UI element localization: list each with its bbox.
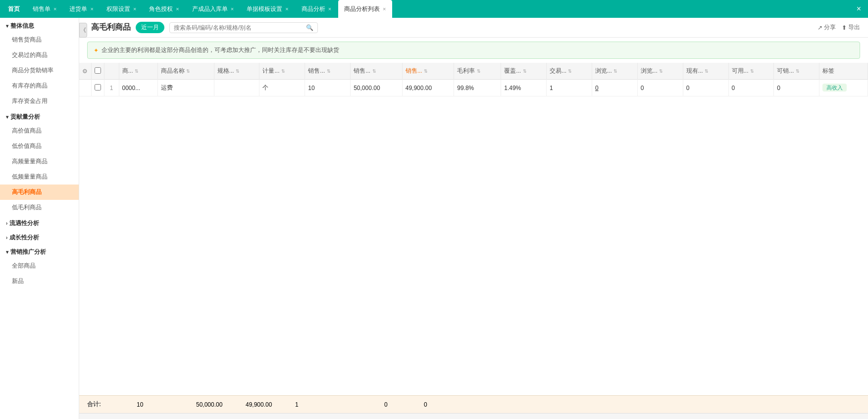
- sidebar-item-high-freq[interactable]: 高频量量商品: [0, 154, 79, 169]
- close-analysis-tab[interactable]: ×: [328, 0, 331, 18]
- sidebar-section-growth[interactable]: › 成长性分析: [0, 230, 79, 244]
- sidebar-item-analysis-rate[interactable]: 商品分货助销率: [0, 63, 79, 78]
- sidebar-item-new-products[interactable]: 新品: [0, 274, 79, 289]
- th-unit[interactable]: 计量... ⇅: [259, 63, 305, 80]
- share-icon: ↗: [817, 24, 822, 31]
- th-coverage[interactable]: 覆盖... ⇅: [501, 63, 547, 80]
- close-analysis-list-tab[interactable]: ×: [383, 0, 386, 18]
- info-banner-text: 企业的主要的利润都是这部分商品创造的，可考虑加大推广，同时关注库存是不要出现缺货: [102, 46, 339, 54]
- sort-sku-code-icon[interactable]: ⇅: [135, 69, 139, 74]
- nav-tab-templates[interactable]: 单据模板设置 ×: [241, 0, 294, 18]
- export-button[interactable]: ⬆ 导出: [842, 23, 860, 32]
- search-icon[interactable]: 🔍: [306, 24, 313, 31]
- nav-tab-sales[interactable]: 销售单 ×: [27, 0, 62, 18]
- table-container[interactable]: ⚙ 商... ⇅ 商品名称 ⇅: [79, 63, 868, 395]
- filter-recent-month-button[interactable]: 近一月: [136, 22, 164, 33]
- sidebar-item-high-margin[interactable]: 高毛利商品: [0, 185, 79, 200]
- sidebar-section-trend[interactable]: › 流遇性分析: [0, 215, 79, 230]
- sidebar-section-wealth[interactable]: ▾ 贡献量分析: [0, 109, 79, 123]
- close-permissions-tab[interactable]: ×: [133, 0, 136, 18]
- th-gross-margin[interactable]: 毛利率 ⇅: [454, 63, 501, 80]
- sidebar-collapse-button[interactable]: 《: [79, 23, 87, 38]
- td-checkbox[interactable]: [91, 80, 104, 96]
- footer-current-stock: 0: [384, 401, 424, 408]
- th-checkbox: [91, 63, 104, 80]
- sort-sales-cost-icon[interactable]: ⇅: [424, 69, 428, 74]
- sort-available-icon[interactable]: ⇅: [750, 69, 754, 74]
- th-sku-code[interactable]: 商... ⇅: [119, 63, 157, 80]
- th-gear[interactable]: ⚙: [79, 63, 91, 80]
- th-sales-cost[interactable]: 销售... ⇅: [402, 63, 454, 80]
- sidebar-item-fund-occupy[interactable]: 库存资金占用: [0, 93, 79, 109]
- close-purchase-tab[interactable]: ×: [90, 0, 93, 18]
- share-button[interactable]: ↗ 分享: [817, 23, 836, 32]
- td-current-stock: 0: [683, 80, 728, 96]
- nav-tab-products[interactable]: 产成品入库单 ×: [186, 0, 240, 18]
- td-sales-qty: 10: [305, 80, 351, 96]
- sort-product-name-icon[interactable]: ⇅: [186, 69, 190, 74]
- nav-tab-analysis-list[interactable]: 商品分析列表 ×: [338, 0, 392, 18]
- sidebar-item-low-freq[interactable]: 低频量量商品: [0, 169, 79, 185]
- search-input[interactable]: [174, 24, 304, 31]
- th-browse2[interactable]: 浏览... ⇅: [637, 63, 683, 80]
- th-sales-qty[interactable]: 销售... ⇅: [305, 63, 351, 80]
- nav-tab-purchase[interactable]: 进货单 ×: [63, 0, 99, 18]
- sidebar-section-growth-label: 成长性分析: [9, 233, 39, 242]
- sidebar-item-traded[interactable]: 交易过的商品: [0, 47, 79, 63]
- sidebar-item-all-products[interactable]: 全部商品: [0, 258, 79, 274]
- row-checkbox[interactable]: [95, 84, 101, 91]
- th-transactions[interactable]: 交易... ⇅: [547, 63, 592, 80]
- footer-sales-qty: 10: [137, 401, 196, 408]
- sort-saleable-icon[interactable]: ⇅: [796, 69, 800, 74]
- sort-coverage-icon[interactable]: ⇅: [523, 69, 527, 74]
- td-gear: [79, 80, 91, 96]
- sidebar-section-marketing[interactable]: ▾ 营销推广分析: [0, 244, 79, 258]
- th-spec[interactable]: 规格... ⇅: [214, 63, 259, 80]
- sort-spec-icon[interactable]: ⇅: [236, 69, 240, 74]
- th-current-stock[interactable]: 现有... ⇅: [683, 63, 728, 80]
- footer-cells: 10 50,000.00 49,900.00 1 0 0: [137, 401, 860, 408]
- sort-unit-icon[interactable]: ⇅: [281, 69, 285, 74]
- nav-tab-home[interactable]: 首页: [2, 0, 26, 18]
- td-browse2: 0: [637, 80, 683, 96]
- sort-gross-margin-icon[interactable]: ⇅: [477, 69, 481, 74]
- sort-current-stock-icon[interactable]: ⇅: [705, 69, 709, 74]
- select-all-checkbox[interactable]: [95, 67, 101, 74]
- close-sales-tab[interactable]: ×: [53, 0, 56, 18]
- close-products-tab[interactable]: ×: [231, 0, 234, 18]
- th-product-name[interactable]: 商品名称 ⇅: [157, 63, 214, 80]
- page-title: 高毛利商品: [91, 22, 131, 33]
- sidebar-item-high-value[interactable]: 高价值商品: [0, 123, 79, 139]
- sidebar-item-low-value[interactable]: 低价值商品: [0, 139, 79, 154]
- sort-sales-amount-icon[interactable]: ⇅: [372, 69, 376, 74]
- sort-transactions-icon[interactable]: ⇅: [568, 69, 572, 74]
- sort-sales-qty-icon[interactable]: ⇅: [327, 69, 331, 74]
- sidebar: ▾ 整体信息 销售货商品 交易过的商品 商品分货助销率 有库存的商品 库存资金占…: [0, 18, 79, 419]
- top-navigation: 首页 销售单 × 进货单 × 权限设置 × 角色授权 × 产成品入库单 × 单据…: [0, 0, 868, 18]
- close-templates-tab[interactable]: ×: [285, 0, 288, 18]
- th-saleable[interactable]: 可销... ⇅: [774, 63, 819, 80]
- close-roles-tab[interactable]: ×: [176, 0, 179, 18]
- td-tag: 高收入: [819, 80, 868, 96]
- sort-browse1-icon[interactable]: ⇅: [613, 69, 617, 74]
- th-available[interactable]: 可用... ⇅: [728, 63, 774, 80]
- td-browse1[interactable]: 0: [592, 80, 637, 96]
- sidebar-section-overall[interactable]: ▾ 整体信息: [0, 18, 79, 32]
- th-browse1[interactable]: 浏览... ⇅: [592, 63, 637, 80]
- sort-browse2-icon[interactable]: ⇅: [659, 69, 663, 74]
- sidebar-item-top-selling[interactable]: 销售货商品: [0, 32, 79, 47]
- main-layout: ▾ 整体信息 销售货商品 交易过的商品 商品分货助销率 有库存的商品 库存资金占…: [0, 18, 868, 419]
- sidebar-item-in-stock[interactable]: 有库存的商品: [0, 78, 79, 93]
- sidebar-item-low-margin[interactable]: 低毛利商品: [0, 200, 79, 215]
- nav-tab-roles[interactable]: 角色授权 ×: [143, 0, 185, 18]
- nav-tab-analysis[interactable]: 商品分析 ×: [296, 0, 337, 18]
- th-sales-amount[interactable]: 销售... ⇅: [351, 63, 403, 80]
- horizontal-scrollbar[interactable]: [79, 413, 868, 419]
- nav-tab-permissions[interactable]: 权限设置 ×: [101, 0, 142, 18]
- settings-icon[interactable]: ⚙: [82, 68, 88, 75]
- td-sales-amount: 50,000.00: [351, 80, 403, 96]
- window-close-button[interactable]: ×: [852, 4, 866, 13]
- info-icon: ✦: [94, 47, 99, 54]
- td-spec: [214, 80, 259, 96]
- collapse-arrow-marketing: ▾: [6, 249, 8, 255]
